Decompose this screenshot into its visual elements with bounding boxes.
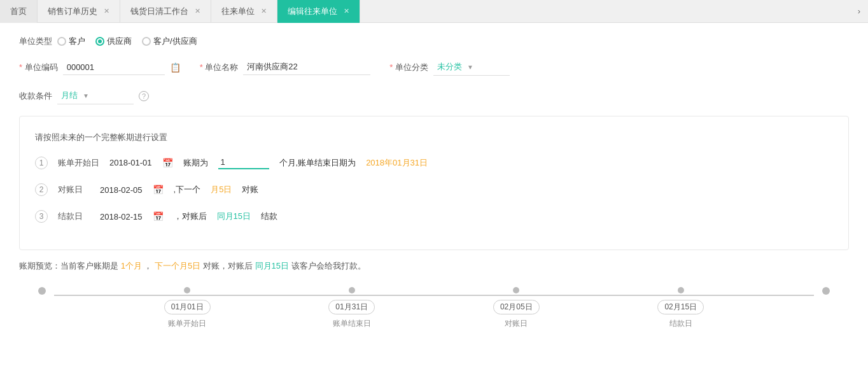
period-row-3-num: 3 xyxy=(35,210,48,223)
tab-cash-work-close[interactable]: ✕ xyxy=(195,8,200,15)
tab-cash-work-label: 钱货日清工作台 xyxy=(130,6,188,17)
period-row-1-prefix: 账期为 xyxy=(183,157,208,169)
code-name-category-row: 单位编码 📋 单位名称 单位分类 未分类 ▼ xyxy=(19,59,849,76)
timeline-label-3: 对账日 xyxy=(505,318,528,329)
timeline-point-3-dot xyxy=(513,287,519,293)
timeline-badge-3: 02月05日 xyxy=(493,300,540,314)
period-row-2-date: 2018-02-05 xyxy=(100,185,143,195)
payment-group: 收款条件 月结 ▼ ? xyxy=(19,87,149,104)
category-chevron-icon: ▼ xyxy=(467,64,473,71)
preview-suffix: 该客户会给我打款。 xyxy=(291,261,366,271)
timeline-badge-2: 01月31日 xyxy=(328,300,375,314)
tab-contacts-label: 往来单位 xyxy=(221,6,255,17)
category-label: 单位分类 xyxy=(389,62,428,73)
payment-label: 收款条件 xyxy=(19,90,52,102)
tab-contacts[interactable]: 往来单位 ✕ xyxy=(211,0,277,23)
timeline-badge-1: 01月01日 xyxy=(164,300,211,314)
code-label: 单位编码 xyxy=(19,62,58,73)
code-group: 单位编码 📋 xyxy=(19,60,181,75)
tab-more-button[interactable]: › xyxy=(850,0,868,23)
payment-value: 月结 xyxy=(61,90,78,101)
tab-contacts-close[interactable]: ✕ xyxy=(261,8,267,15)
radio-both[interactable]: 客户/供应商 xyxy=(142,36,197,47)
period-row-1-end-date: 2018年01月31日 xyxy=(366,157,428,169)
name-label: 单位名称 xyxy=(200,62,239,73)
tab-bar: 首页 销售订单历史 ✕ 钱货日清工作台 ✕ 往来单位 ✕ 编辑往来单位 ✕ › xyxy=(0,0,868,23)
tab-sales-history-label: 销售订单历史 xyxy=(48,6,97,17)
preview-text: 账期预览：当前客户账期是 1个月 ， 下一个月5日 对账，对账后 同月15日 该… xyxy=(19,260,849,272)
unit-type-group: 单位类型 客户 供应商 客户/供应商 xyxy=(19,36,197,47)
timeline-point-2-dot xyxy=(349,287,355,293)
payment-select[interactable]: 月结 ▼ xyxy=(57,87,134,104)
tab-edit-contacts-label: 编辑往来单位 xyxy=(288,6,337,17)
timeline-point-1-dot xyxy=(184,287,190,293)
radio-both-label: 客户/供应商 xyxy=(153,36,197,47)
preview-prefix: 账期预览：当前客户账期是 xyxy=(19,261,118,271)
timeline-point-4: 02月15日 结款日 xyxy=(657,287,704,329)
tab-home-label: 首页 xyxy=(10,6,27,17)
tab-home[interactable]: 首页 xyxy=(0,0,38,23)
period-row-1-suffix: 个月,账单结束日期为 xyxy=(279,157,356,169)
period-row-3-label: 结款日 xyxy=(58,211,90,222)
period-row-2-suffix: 对账 xyxy=(242,184,258,195)
timeline-label-1: 账单开始日 xyxy=(168,318,206,329)
period-row-2-label: 对账日 xyxy=(58,184,90,195)
unit-type-label: 单位类型 xyxy=(19,36,52,47)
payment-info-icon[interactable]: ? xyxy=(139,91,149,101)
preview-part2: 下一个月5日 xyxy=(155,261,200,271)
radio-customer-label: 客户 xyxy=(69,36,85,47)
tab-sales-history-close[interactable]: ✕ xyxy=(104,8,109,15)
period-row-1-num: 1 xyxy=(35,157,48,169)
code-copy-icon[interactable]: 📋 xyxy=(170,62,181,73)
name-group: 单位名称 xyxy=(200,60,371,75)
timeline-points: 01月01日 账单开始日 01月31日 账单结束日 02月05日 对账日 02月… xyxy=(38,287,830,329)
timeline-label-2: 账单结束日 xyxy=(333,318,371,329)
category-select[interactable]: 未分类 ▼ xyxy=(433,59,510,76)
period-row-3-highlight: 同月15日 xyxy=(217,211,251,222)
code-input[interactable] xyxy=(63,60,165,75)
period-row-3-date: 2018-02-15 xyxy=(100,212,143,222)
timeline-end-dot xyxy=(822,287,830,329)
radio-customer-circle xyxy=(57,37,66,46)
period-month-input[interactable] xyxy=(218,156,269,169)
radio-supplier-label: 供应商 xyxy=(107,36,132,47)
tab-edit-contacts[interactable]: 编辑往来单位 ✕ xyxy=(277,0,360,23)
timeline-badge-4: 02月15日 xyxy=(657,300,704,314)
period-row-2-prefix: ,下一个 xyxy=(174,184,201,195)
period-row-2-num: 2 xyxy=(35,183,48,196)
period-box: 请按照未来的一个完整帐期进行设置 1 账单开始日 2018-01-01 📅 账期… xyxy=(19,116,849,250)
category-value: 未分类 xyxy=(437,61,462,73)
timeline-container: 01月01日 账单开始日 01月31日 账单结束日 02月05日 对账日 02月… xyxy=(19,287,849,355)
timeline-end-circle xyxy=(822,287,830,295)
timeline-point-1: 01月01日 账单开始日 xyxy=(164,287,211,329)
period-row-3-cal-icon[interactable]: 📅 xyxy=(153,211,164,222)
preview-mid1: ， xyxy=(144,261,152,271)
period-row-1-date: 2018-01-01 xyxy=(109,158,152,167)
period-row-1-cal-icon[interactable]: 📅 xyxy=(162,158,173,168)
period-row-2-highlight: 月5日 xyxy=(211,184,232,195)
preview-mid2: 对账，对账后 xyxy=(203,261,253,271)
timeline-point-4-dot xyxy=(678,287,684,293)
radio-supplier[interactable]: 供应商 xyxy=(95,36,132,47)
period-row-3: 3 结款日 2018-02-15 📅 ，对账后 同月15日 结款 xyxy=(35,210,833,223)
payment-row: 收款条件 月结 ▼ ? xyxy=(19,87,849,104)
timeline-point-3: 02月05日 对账日 xyxy=(493,287,540,329)
unit-type-row: 单位类型 客户 供应商 客户/供应商 xyxy=(19,36,849,47)
timeline-label-4: 结款日 xyxy=(669,318,692,329)
main-content: 单位类型 客户 供应商 客户/供应商 单位编码 📋 xyxy=(0,23,868,387)
period-box-title: 请按照未来的一个完整帐期进行设置 xyxy=(35,132,833,143)
timeline-start-circle xyxy=(38,287,46,295)
name-input[interactable] xyxy=(243,60,370,75)
payment-chevron-icon: ▼ xyxy=(83,92,89,99)
radio-customer[interactable]: 客户 xyxy=(57,36,85,47)
tab-cash-work[interactable]: 钱货日清工作台 ✕ xyxy=(120,0,211,23)
timeline-start-dot xyxy=(38,287,46,329)
period-row-2-cal-icon[interactable]: 📅 xyxy=(153,185,164,195)
tab-edit-contacts-close[interactable]: ✕ xyxy=(344,8,349,15)
tab-sales-history[interactable]: 销售订单历史 ✕ xyxy=(38,0,120,23)
period-row-2: 2 对账日 2018-02-05 📅 ,下一个月5日 对账 xyxy=(35,183,833,196)
radio-both-circle xyxy=(142,37,151,46)
period-row-3-suffix: 结款 xyxy=(261,211,277,222)
period-row-1: 1 账单开始日 2018-01-01 📅 账期为 个月,账单结束日期为 2018… xyxy=(35,156,833,169)
radio-supplier-circle xyxy=(95,37,104,46)
